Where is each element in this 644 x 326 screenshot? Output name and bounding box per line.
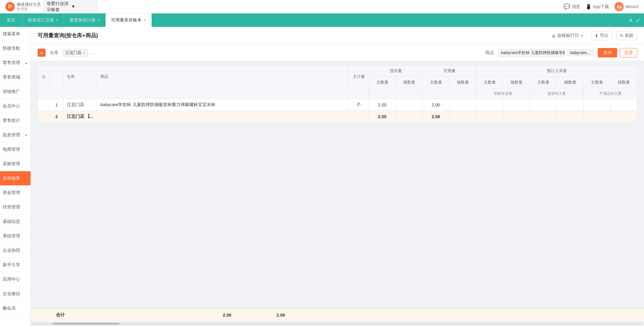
col-stock-sub-header: 辅数量 [396,77,423,88]
row-1-settings [38,99,50,111]
subtotal-avail-sub [449,111,476,123]
subtotal-pur-sub [503,111,530,123]
page-header: 可用量查询(按仓库+商品) 🖨 按模板打印 ▼ ⬆ 导出 ↻ 刷新 [31,27,644,45]
sidebar-item-newbie[interactable]: 新手引导 [0,258,31,272]
col-stock-main-header: 主数量 [369,77,396,88]
print-icon: 🖨 [551,33,556,38]
subtotal-row: 2 江北门店 【... 2.00 2.00 [38,111,637,123]
total-spacer [115,313,214,318]
arrow-icon: ▲ [24,61,28,65]
product-tag-2: babycare… [567,49,594,56]
row-1-stock-main: 2.00 [369,99,396,111]
sidebar-item-enterprise[interactable]: 企业协同 [0,243,31,258]
sidebar: 搜索菜单 快捷导航 零售管理 ▲ 零售商城 营销推广 会员中心 零售统计 批发管… [0,27,31,326]
sidebar-item-wholesale[interactable]: 批发管理 ▼ [0,128,31,142]
sidebar-item-basic[interactable]: 基础信息 [0,215,31,229]
subtotal-pur-main [476,111,503,123]
row-1-prod-sub [610,99,637,111]
row-1-pur-sub [503,99,530,111]
scrollbar-thumb[interactable] [52,323,119,325]
table-settings-icon[interactable]: ⚙ [42,74,46,80]
row-1-avail-main: 2.00 [423,99,449,111]
store-selector[interactable]: 母婴行业演示账套 ▼ [44,0,97,14]
goods-label: 商品 [485,50,494,56]
product-tags: babycare学饮杯 儿童防摔防撞吸管杯重力球吸嘴杯宝宝水杯 × babyca… [498,49,594,57]
warehouse-tags: 江北门店 × … [62,49,481,57]
sidebar-item-system[interactable]: 系统管理 [0,229,31,243]
col-incoming-main-header: 主数量 [530,77,557,88]
sidebar-item-inventory[interactable]: 库存核算 [0,171,31,186]
col-incoming-subheader: 进货待入量 [530,88,584,99]
sidebar-item-member[interactable]: 会员中心 [0,99,31,113]
nav-window-buttons: ✕ ⤢ [625,17,644,24]
table-row: 1 江北门店 babycare学饮杯 儿童防摔防撞吸管杯重力球吸嘴杯宝宝水杯 个… [38,99,637,111]
sidebar-item-marketing[interactable]: 营销推广 [0,85,31,99]
app-download-button[interactable]: 📱 App下载 [586,4,609,10]
subtotal-prod-main [584,111,610,123]
total-stock-sub [240,313,267,318]
col-prod-sub-header: 辅数量 [610,77,637,88]
tab-home[interactable]: 首页 [0,13,22,27]
row-1-pur-main [476,99,503,111]
refresh-icon: ↻ [620,33,624,38]
tab-receipt[interactable]: 收发存汇总表 × [22,13,64,27]
sidebar-item-member2[interactable]: 畅会员 [0,301,31,316]
col-pur-transit-sub-header: 辅数量 [503,77,530,88]
sidebar-item-finance[interactable]: 资金管理 [0,186,31,200]
window-resize-button[interactable]: ⤢ [636,17,640,24]
sidebar-item-search[interactable]: 搜索菜单 [0,27,31,41]
row-1-avail-sub [449,99,476,111]
page-title: 可用量查询(按仓库+商品) [38,32,98,39]
col-stock-header: 现存量 [369,65,423,77]
col-pur-transit-main-header: 主数量 [476,77,503,88]
sidebar-item-wechat[interactable]: 企业微信 [0,287,31,301]
sidebar-item-quick-nav[interactable]: 快捷导航 [0,41,31,56]
subtotal-prod-sub [610,111,637,123]
sidebar-item-retail-stats[interactable]: 零售统计 [0,113,31,128]
filter-actions: 查询 设置 [598,48,637,57]
total-stock-main: 2.00 [214,313,240,318]
scrollbar-track[interactable] [32,323,643,325]
col-pur-transit-subheader: 采购在途量 [476,88,530,99]
sidebar-item-retail-mall[interactable]: 零售商城 [0,70,31,85]
refresh-button[interactable]: ↻ 刷新 [616,31,637,40]
sidebar-item-appstore[interactable]: 应用中心 [0,272,31,287]
message-icon: 💬 [564,3,570,10]
export-icon: ⬆ [595,33,598,38]
query-button[interactable]: 查询 [598,48,617,57]
sidebar-item-retail-mgmt[interactable]: 零售管理 ▲ [0,56,31,70]
table-area: ⚙ 仓库 商品 主计量 现存量 可用量 预计入库量 主数量 辅数量 主数量 [31,61,644,308]
tab-close-available[interactable]: × [144,18,146,22]
row-1-incoming-sub [557,99,584,111]
sidebar-item-ecommerce[interactable]: 电商管理 [0,142,31,157]
sidebar-item-operations[interactable]: 经营管理 [0,200,31,215]
product-tag-1: babycare学饮杯 儿童防摔防撞吸管杯重力球吸嘴杯宝宝水杯 × [498,49,565,57]
total-label: 合计 [38,312,115,318]
tab-close-order[interactable]: × [98,18,100,22]
sidebar-item-purchase[interactable]: 采购管理 [0,157,31,171]
col-forecast-header: 预计入库量 [476,65,637,77]
col-unit-header: 主计量 [349,65,369,88]
print-template-button[interactable]: 🖨 按模板打印 ▼ [548,31,587,40]
message-button[interactable]: 💬 消息 [564,3,580,10]
page-actions: 🖨 按模板打印 ▼ ⬆ 导出 ↻ 刷新 [548,31,637,40]
remove-warehouse-tag[interactable]: × [83,51,85,55]
subtotal-avail-main: 2.00 [423,111,449,123]
tab-order[interactable]: 要货单统计表 × [64,13,106,27]
tab-available[interactable]: 可用量库存账本 × [106,13,152,27]
download-icon: 📱 [586,4,591,9]
subtotal-stock-main: 2.00 [369,111,396,123]
row-1-prod-main [584,99,610,111]
col-settings-header: ⚙ [38,65,50,88]
warehouse-more[interactable]: … [90,50,95,56]
export-button[interactable]: ⬆ 导出 [591,31,612,40]
subtotal-num: 2 [50,111,63,123]
tab-close-receipt[interactable]: × [56,18,58,22]
settings-button[interactable]: 设置 [620,48,637,57]
user-menu[interactable]: Ea demo2 [614,2,639,11]
window-close-button[interactable]: ✕ [629,17,633,24]
filter-bar: » 仓库 江北门店 × … 商品 babycare学饮杯 儿童防摔防撞吸管杯重力… [31,45,644,61]
col-prod-main-header: 主数量 [584,77,610,88]
filter-expand-button[interactable]: » [38,49,46,57]
top-bar-left: 好 畅捷通好生意 标准版 母婴行业演示账套 ▼ [5,0,97,14]
